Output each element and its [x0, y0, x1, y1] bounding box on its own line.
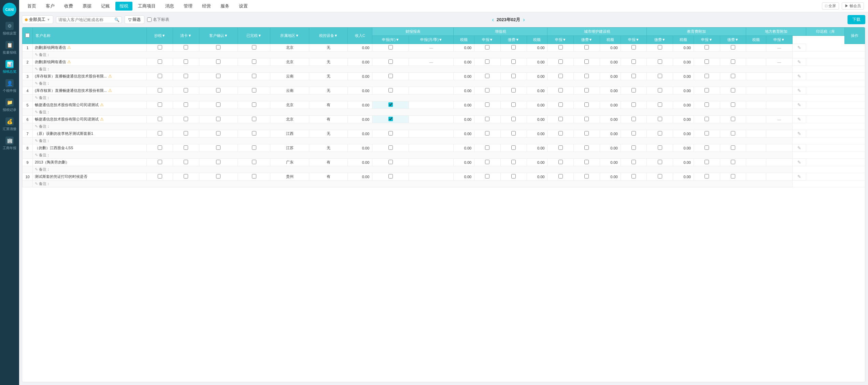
paid-checkbox[interactable] [252, 45, 256, 49]
nav-collection[interactable]: 收费 [60, 2, 77, 11]
zengzhi-jiao-checkbox[interactable] [511, 145, 516, 150]
chengshi-shen-cell[interactable] [547, 130, 574, 138]
chengshi-jiao-checkbox[interactable] [584, 117, 589, 121]
confirm-checkbox[interactable] [216, 174, 220, 179]
confirm-checkbox[interactable] [216, 160, 220, 164]
zengzhi-shen-cell[interactable] [474, 130, 501, 138]
chengshi-shen-checkbox[interactable] [558, 145, 563, 150]
confirm-checkbox[interactable] [216, 45, 220, 49]
qingka-cell[interactable] [173, 73, 199, 80]
operation-cell[interactable]: ✎ [792, 44, 806, 52]
zengzhi-jiao-checkbox[interactable] [511, 88, 516, 92]
zengzhi-shen-checkbox[interactable] [485, 45, 489, 49]
difang-jiao-cell[interactable] [720, 87, 746, 95]
note-content[interactable]: ✎ 备注： [33, 166, 793, 173]
chaoshui-cell[interactable] [147, 130, 173, 138]
edit-icon[interactable]: ✎ [797, 74, 801, 79]
jiaoyu-jiao-cell[interactable] [647, 173, 673, 181]
difang-jiao-cell[interactable] [720, 144, 746, 152]
confirm-checkbox[interactable] [216, 117, 220, 121]
caibao-year-cell[interactable] [372, 159, 409, 166]
edit-icon[interactable]: ✎ [797, 145, 801, 151]
confirm-cell[interactable] [199, 44, 238, 52]
qingka-checkbox[interactable] [184, 59, 188, 64]
paid-checkbox[interactable] [252, 117, 256, 121]
difang-jiao-cell[interactable] [720, 159, 746, 166]
paid-checkbox[interactable] [252, 174, 256, 179]
chengshi-jiao-cell[interactable] [574, 58, 600, 66]
qingka-cell[interactable] [173, 58, 199, 66]
paid-cell[interactable] [238, 159, 270, 166]
zengzhi-jiao-cell[interactable] [500, 44, 527, 52]
confirm-cell[interactable] [199, 159, 238, 166]
qingka-cell[interactable] [173, 144, 199, 152]
jiaoyu-shen-checkbox[interactable] [631, 117, 636, 121]
difang-jiao-cell[interactable] [720, 173, 746, 181]
search-box[interactable]: 🔍 [56, 16, 122, 23]
caibao-year-checkbox[interactable] [388, 59, 393, 64]
nav-manage[interactable]: 管理 [180, 2, 197, 11]
caibao-year-cell[interactable] [372, 173, 409, 181]
jiaoyu-shen-cell[interactable] [621, 173, 647, 181]
chengshi-shen-cell[interactable] [547, 173, 574, 181]
caibao-year-cell[interactable] [372, 73, 409, 80]
chaoshui-cell[interactable] [147, 144, 173, 152]
paid-cell[interactable] [238, 101, 270, 109]
jiaoyu-jiao-checkbox[interactable] [658, 131, 662, 136]
chengshi-jiao-checkbox[interactable] [584, 45, 589, 49]
chengshi-shen-cell[interactable] [547, 44, 574, 52]
qingka-checkbox[interactable] [184, 160, 188, 164]
jiaoyu-jiao-checkbox[interactable] [658, 174, 662, 179]
difang-shen-cell[interactable] [694, 173, 720, 181]
sidebar-item-tax-record[interactable]: 📁 报税记录 [0, 96, 19, 115]
note-content[interactable]: ✎ 备注： [33, 152, 793, 159]
zengzhi-shen-checkbox[interactable] [485, 117, 489, 121]
vip-button[interactable]: ▶ 畅会员 [842, 2, 864, 10]
paid-cell[interactable] [238, 144, 270, 152]
caibao-month-cell[interactable] [409, 173, 454, 181]
nav-invoice[interactable]: 票据 [79, 2, 96, 11]
zengzhi-jiao-cell[interactable] [500, 130, 527, 138]
customer-name[interactable]: 畅捷通信息技术股份有限公司民珺测试⚠ [33, 116, 147, 123]
caibao-month-cell[interactable] [409, 101, 454, 109]
col-caibao-year[interactable]: 申报(年)▼ [372, 36, 409, 44]
jiaoyu-jiao-checkbox[interactable] [658, 145, 662, 150]
jiaoyu-jiao-cell[interactable] [647, 44, 673, 52]
qingka-cell[interactable] [173, 159, 199, 166]
chaoshui-checkbox[interactable] [158, 102, 162, 107]
jiaoyu-shen-cell[interactable] [621, 116, 647, 123]
next-month-button[interactable]: › [523, 17, 525, 23]
jiaoyu-shen-checkbox[interactable] [631, 59, 636, 64]
operation-cell[interactable]: ✎ [792, 173, 806, 181]
difang-shen-checkbox[interactable] [705, 145, 709, 150]
chengshi-shen-cell[interactable] [547, 159, 574, 166]
operation-cell[interactable]: ✎ [792, 116, 806, 123]
jiaoyu-shen-cell[interactable] [621, 87, 647, 95]
difang-jiao-checkbox[interactable] [731, 174, 735, 179]
edit-icon[interactable]: ✎ [797, 160, 801, 165]
customer-name[interactable]: 勿删|新锐网络通信⚠ [33, 58, 147, 66]
zengzhi-shen-checkbox[interactable] [485, 74, 489, 78]
zengzhi-jiao-checkbox[interactable] [511, 45, 516, 49]
jiaoyu-jiao-cell[interactable] [647, 144, 673, 152]
zengzhi-shen-checkbox[interactable] [485, 174, 489, 179]
tag-button[interactable]: 名下标表 [147, 17, 169, 23]
difang-shen-checkbox[interactable] [705, 74, 709, 78]
chengshi-jiao-cell[interactable] [574, 130, 600, 138]
difang-shen-checkbox[interactable] [705, 102, 709, 107]
chengshi-shen-checkbox[interactable] [558, 102, 563, 107]
note-content[interactable]: ✎ 备注： [33, 109, 793, 116]
caibao-month-cell[interactable] [409, 159, 454, 166]
zengzhi-shen-checkbox[interactable] [485, 131, 489, 136]
jiaoyu-shen-cell[interactable] [621, 130, 647, 138]
note-content[interactable]: ✎ 备注： [33, 95, 793, 101]
caibao-year-cell[interactable] [372, 87, 409, 95]
chengshi-shen-checkbox[interactable] [558, 131, 563, 136]
chengshi-jiao-checkbox[interactable] [584, 131, 589, 136]
difang-shen-checkbox[interactable] [705, 174, 709, 179]
col-jiaoyu-shen[interactable]: 申报▼ [621, 36, 647, 44]
chengshi-jiao-cell[interactable] [574, 159, 600, 166]
zengzhi-shen-cell[interactable] [474, 58, 501, 66]
operation-cell[interactable]: ✎ [792, 130, 806, 138]
nav-industrial[interactable]: 工商项目 [134, 2, 160, 11]
